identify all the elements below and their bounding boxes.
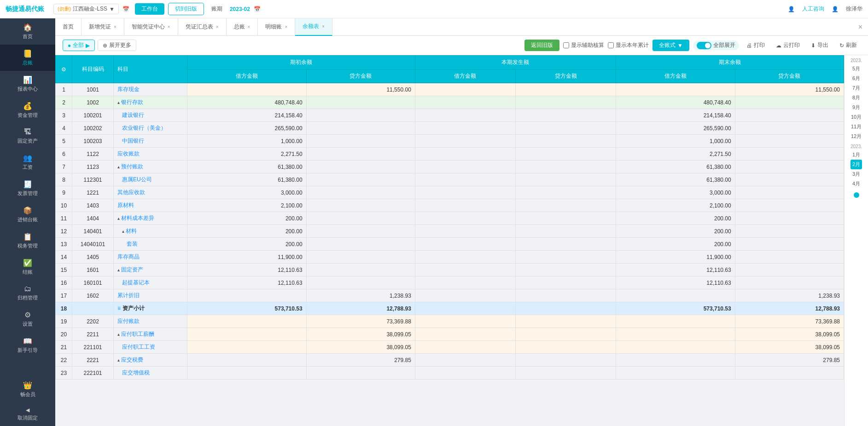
account-name-link[interactable]: 应付职工工资 — [122, 344, 155, 350]
tab-smart-verify[interactable]: 智能凭证中心 × — [124, 18, 178, 36]
filter-all-btn[interactable]: ● 全部 ▶ — [63, 40, 95, 51]
sidebar-item-member[interactable]: 👑 畅会员 — [0, 376, 55, 403]
company-selector[interactable]: (勿删) 江西融金-LSS ▼ — [53, 4, 119, 14]
cell-name[interactable]: 原材料 — [114, 199, 187, 212]
account-name-link[interactable]: 应付职工薪酬 — [121, 331, 154, 337]
cell-name[interactable]: ▴ 预付账款 — [114, 161, 187, 173]
cell-name[interactable]: ▴ 应交税费 — [114, 354, 187, 367]
close-all-tabs[interactable]: × — [858, 23, 868, 31]
account-name-link[interactable]: 累计折旧 — [117, 292, 140, 299]
cell-name[interactable]: 应收账款 — [114, 148, 187, 161]
cell-name[interactable]: 农业银行（美金） — [114, 122, 187, 135]
tab-close-ledger[interactable]: × — [248, 24, 250, 29]
account-name-link[interactable]: 库存现金 — [117, 86, 140, 92]
cell-name[interactable]: ▴ 材料 — [114, 225, 187, 238]
cell-name[interactable]: 应付账款 — [114, 315, 187, 328]
switch-version-button[interactable]: 切到旧版 — [168, 3, 204, 15]
tab-close-smart-verify[interactable]: × — [168, 24, 170, 29]
sidebar-item-payroll[interactable]: 👥 工资 — [0, 149, 55, 175]
expand-more-btn[interactable]: ⊕ 展开更多 — [98, 40, 136, 51]
cell-name[interactable]: 起提基记本 — [114, 276, 187, 289]
tab-new-voucher[interactable]: 新增凭证 × — [82, 18, 124, 36]
export-button[interactable]: ⬇ 导出 — [807, 40, 832, 51]
cell-name[interactable]: 建设银行 — [114, 109, 187, 122]
account-name-link[interactable]: 中国银行 — [122, 138, 144, 144]
sidebar-item-guide[interactable]: 📖 新手引导 — [0, 332, 55, 358]
tab-balance[interactable]: 余额表 × — [295, 18, 332, 36]
tab-detail[interactable]: 明细账 × — [258, 18, 295, 36]
cell-name[interactable]: 累计折旧 — [114, 289, 187, 302]
right-month-12[interactable]: 12月 — [849, 132, 863, 141]
sidebar-item-fixed-asset[interactable]: 🏗 固定资产 — [0, 123, 55, 149]
sidebar-item-archive[interactable]: 🗂 归档管理 — [0, 280, 55, 306]
tab-close-balance[interactable]: × — [322, 24, 325, 29]
cell-name[interactable]: 惠属EU公司 — [114, 173, 187, 186]
account-name-link[interactable]: 起提基记本 — [122, 279, 150, 286]
right-month-8[interactable]: 8月 — [851, 93, 862, 103]
sidebar-item-ledger[interactable]: 📒 总账 — [0, 45, 55, 71]
consult-label[interactable]: 人工咨询 — [802, 5, 824, 13]
account-name-link[interactable]: 农业银行（美金） — [122, 125, 166, 131]
account-name-link[interactable]: 套装 — [127, 241, 138, 247]
account-name-link[interactable]: 材料成本差异 — [121, 215, 154, 221]
account-name-link[interactable]: 材料 — [126, 228, 137, 234]
sidebar-item-settings[interactable]: ⚙ 设置 — [0, 306, 55, 332]
sidebar-item-tax[interactable]: 📋 税务管理 — [0, 228, 55, 254]
right-month-11[interactable]: 11月 — [849, 122, 863, 132]
sidebar-item-report[interactable]: 📊 报表中心 — [0, 71, 55, 97]
sidebar-item-purchase[interactable]: 📦 进销台账 — [0, 201, 55, 228]
account-name-link[interactable]: 银行存款 — [121, 99, 143, 105]
right-month-2[interactable]: 2月 — [851, 160, 862, 169]
account-name-link[interactable]: 应收账款 — [117, 150, 140, 157]
cell-name[interactable]: 应付职工工资 — [114, 341, 187, 354]
right-month-1[interactable]: 1月 — [851, 150, 862, 160]
sidebar-item-asset-mgmt[interactable]: 💰 资金管理 — [0, 97, 55, 123]
toggle-switch[interactable] — [697, 42, 711, 49]
sidebar-item-home[interactable]: 🏠 首页 — [0, 18, 55, 45]
cell-name[interactable]: ▴ 固定资产 — [114, 264, 187, 276]
account-name-link[interactable]: 库存商品 — [117, 253, 140, 260]
print-button[interactable]: 🖨 打印 — [743, 40, 769, 51]
cell-name[interactable]: ▴ 材料成本差异 — [114, 212, 187, 225]
account-name-link[interactable]: 惠属EU公司 — [122, 176, 152, 183]
cell-name[interactable]: 套装 — [114, 238, 187, 251]
account-name-link[interactable]: 建设银行 — [122, 112, 144, 118]
refresh-button[interactable]: ↻ 刷新 — [836, 40, 861, 51]
all-mode-button[interactable]: 全账式 ▼ — [652, 40, 689, 51]
account-name-link[interactable]: 应付账款 — [117, 318, 140, 324]
account-name-link[interactable]: 其他应收款 — [117, 189, 145, 196]
show-ytd-group[interactable]: 显示本年累计 — [608, 41, 649, 49]
tab-close-new-voucher[interactable]: × — [114, 24, 117, 29]
account-name-link[interactable]: 应交税费 — [121, 357, 143, 363]
right-month-9[interactable]: 9月 — [851, 103, 862, 112]
cell-name[interactable]: ▴ 应付职工薪酬 — [114, 328, 187, 341]
workbench-button[interactable]: 工作台 — [135, 3, 164, 15]
account-name-link[interactable]: 固定资产 — [121, 266, 143, 273]
account-name-link[interactable]: 预付账款 — [121, 163, 143, 170]
cell-name[interactable]: 应交增值税 — [114, 367, 187, 380]
table-container[interactable]: ⚙ 科目编码 科目 期初余额 本期发生额 期末余额 借方金额 贷方金额 — [55, 55, 844, 426]
sidebar-item-settle[interactable]: ✅ 结账 — [0, 254, 55, 280]
show-ytd-checkbox[interactable] — [608, 42, 614, 48]
tab-ledger[interactable]: 总账 × — [227, 18, 258, 36]
cloud-print-button[interactable]: ☁ 云打印 — [772, 40, 804, 51]
expand-all-toggle[interactable]: 全部展开 — [693, 40, 739, 50]
sidebar-item-unpin[interactable]: ◀ 取消固定 — [0, 403, 55, 426]
account-name-link[interactable]: 应交增值税 — [122, 369, 150, 376]
right-month-7[interactable]: 7月 — [851, 83, 862, 93]
tab-voucher-summary[interactable]: 凭证汇总表 × — [178, 18, 227, 36]
tab-close-voucher-summary[interactable]: × — [216, 24, 219, 29]
right-month-3[interactable]: 3月 — [851, 169, 862, 179]
show-assist-group[interactable]: 显示辅助核算 — [563, 41, 604, 49]
account-name-link[interactable]: 原材料 — [117, 202, 134, 208]
tab-home[interactable]: 首页 — [55, 18, 82, 36]
right-month-6[interactable]: 6月 — [851, 74, 862, 83]
cell-name[interactable]: 库存商品 — [114, 251, 187, 264]
cell-name[interactable]: 中国银行 — [114, 135, 187, 148]
cell-name[interactable]: ▴ 银行存款 — [114, 96, 187, 109]
tab-close-detail[interactable]: × — [285, 24, 287, 29]
right-month-4[interactable]: 4月 — [851, 179, 862, 189]
sidebar-item-invoice[interactable]: 🧾 发票管理 — [0, 175, 55, 201]
right-month-10[interactable]: 10月 — [849, 112, 863, 122]
show-assist-checkbox[interactable] — [563, 42, 569, 48]
